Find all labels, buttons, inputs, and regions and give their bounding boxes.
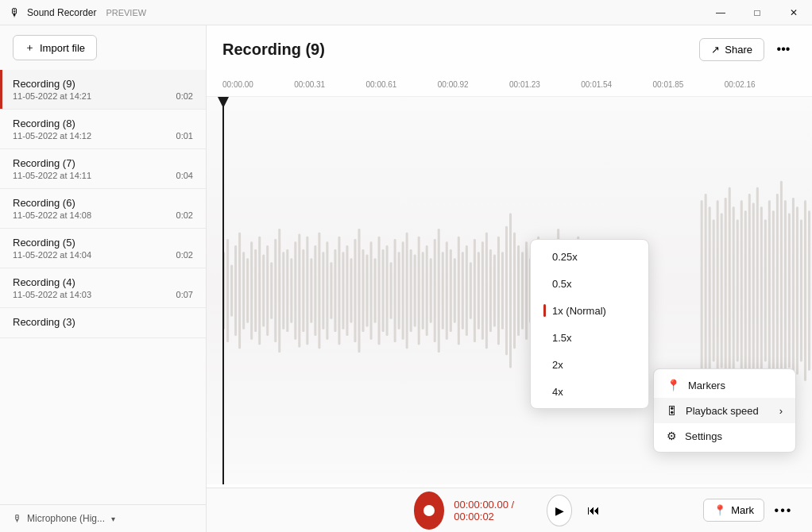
app-icon: 🎙 [10,6,21,19]
speed-15x[interactable]: 1.5x [531,324,648,351]
timeline-tick-6: 00:01.85 [653,80,725,89]
recording-item-0[interactable]: Recording (9) 11-05-2022 at 14:21 0:02 [0,70,206,110]
recording-date-1: 11-05-2022 at 14:12 [13,131,91,141]
svg-rect-47 [410,249,412,332]
svg-rect-38 [374,258,377,322]
svg-rect-7 [250,241,253,340]
recording-item-3[interactable]: Recording (6) 11-05-2022 at 14:08 0:02 [0,189,206,229]
skip-start-icon: ⏮ [587,503,600,518]
title-bar: 🎙 Sound Recorder PREVIEW — □ ✕ [0,0,812,25]
svg-rect-27 [330,262,332,319]
svg-rect-41 [386,245,389,336]
svg-rect-9 [258,237,261,345]
speed-spacer-05 [543,277,546,290]
recording-item-4[interactable]: Recording (5) 11-05-2022 at 14:04 0:02 [0,229,206,268]
svg-rect-58 [454,258,456,322]
maximize-button[interactable]: □ [739,0,775,25]
minimize-button[interactable]: — [702,0,739,25]
svg-rect-55 [442,252,444,330]
speed-025x-label: 0.25x [552,251,578,263]
recording-meta-2: 11-05-2022 at 14:11 0:04 [13,171,193,180]
bottom-right-controls: 📍 Mark ••• [605,498,796,523]
current-time: 00:00:00.00 / 00:00:02 [454,499,537,522]
svg-rect-22 [310,258,312,322]
markers-menu-item[interactable]: 📍 Markers [654,372,795,398]
speed-2x-label: 2x [552,359,563,371]
import-file-button[interactable]: ＋ Import file [13,35,97,60]
speed-2x[interactable]: 2x [531,351,648,378]
svg-rect-66 [485,233,488,349]
speed-025x[interactable]: 0.25x [531,243,648,270]
chevron-down-icon: ▾ [111,515,115,523]
main-header: Recording (9) ↗ Share ••• [207,25,812,73]
svg-rect-111 [780,181,783,401]
svg-rect-28 [334,249,336,332]
close-button[interactable]: ✕ [775,0,812,25]
svg-rect-40 [382,249,385,332]
svg-rect-53 [434,239,436,342]
svg-rect-20 [302,249,304,332]
svg-rect-94 [713,220,715,362]
plus-icon: ＋ [25,40,35,55]
svg-rect-60 [462,252,464,330]
svg-rect-4 [238,233,241,349]
svg-rect-68 [493,254,496,326]
svg-rect-70 [501,252,504,330]
svg-rect-64 [478,252,480,330]
recording-item-2[interactable]: Recording (7) 11-05-2022 at 14:11 0:04 [0,149,206,189]
playhead[interactable] [222,97,224,484]
recording-name-3: Recording (6) [13,197,193,209]
share-button[interactable]: ↗ Share [699,38,764,61]
microphone-selector[interactable]: 🎙 Microphone (Hig... ▾ [0,504,206,532]
more-options-button[interactable]: ••• [771,37,796,62]
mark-button[interactable]: 📍 Mark [703,499,764,522]
svg-rect-59 [458,237,460,345]
recording-title: Recording (9) [222,40,325,59]
svg-rect-34 [358,229,361,353]
svg-rect-62 [470,262,472,319]
play-button[interactable]: ▶ [547,495,573,526]
timeline-tick-3: 00:00.92 [438,80,509,89]
bottom-more-button[interactable]: ••• [771,498,796,523]
svg-rect-115 [796,206,798,374]
svg-rect-57 [450,249,452,332]
svg-rect-65 [481,241,484,340]
window-controls: — □ ✕ [702,0,812,25]
svg-rect-33 [354,239,356,342]
sidebar: ＋ Import file Recording (9) 11-05-2022 a… [0,25,207,532]
recording-name-6: Recording (3) [13,316,193,328]
speed-1x[interactable]: 1x (Normal) [531,297,648,324]
svg-rect-12 [270,262,273,319]
svg-rect-39 [378,237,381,345]
svg-rect-61 [466,245,468,336]
svg-rect-45 [402,241,404,340]
recording-name-4: Recording (5) [13,237,193,249]
recording-item-5[interactable]: Recording (4) 11-05-2022 at 14:03 0:07 [0,268,206,308]
svg-rect-71 [505,226,508,356]
playback-speed-menu-item[interactable]: 🎛 Playback speed › [654,398,795,423]
markers-label: Markers [688,380,725,391]
svg-rect-69 [497,237,500,345]
svg-point-119 [423,505,435,516]
svg-rect-5 [242,252,245,330]
recording-item-6[interactable]: Recording (3) [0,308,206,338]
speed-05x[interactable]: 0.5x [531,270,648,297]
recording-item-1[interactable]: Recording (8) 11-05-2022 at 14:12 0:01 [0,110,206,149]
svg-rect-42 [390,262,392,319]
preview-badge: PREVIEW [106,8,146,17]
markers-icon: 📍 [667,379,680,391]
svg-rect-51 [426,245,428,336]
svg-rect-105 [756,187,759,394]
settings-menu-item[interactable]: ⚙ Settings [654,423,795,449]
svg-rect-48 [414,254,416,326]
svg-rect-37 [370,241,373,340]
skip-to-start-button[interactable]: ⏮ [582,496,605,525]
speed-4x[interactable]: 4x [531,378,648,405]
svg-rect-108 [768,200,771,381]
svg-rect-76 [525,241,528,340]
svg-rect-112 [784,200,787,381]
share-icon: ↗ [711,44,720,56]
record-button[interactable] [414,492,445,530]
recording-date-5: 11-05-2022 at 14:03 [13,290,91,299]
speed-spacer-2 [543,358,546,371]
